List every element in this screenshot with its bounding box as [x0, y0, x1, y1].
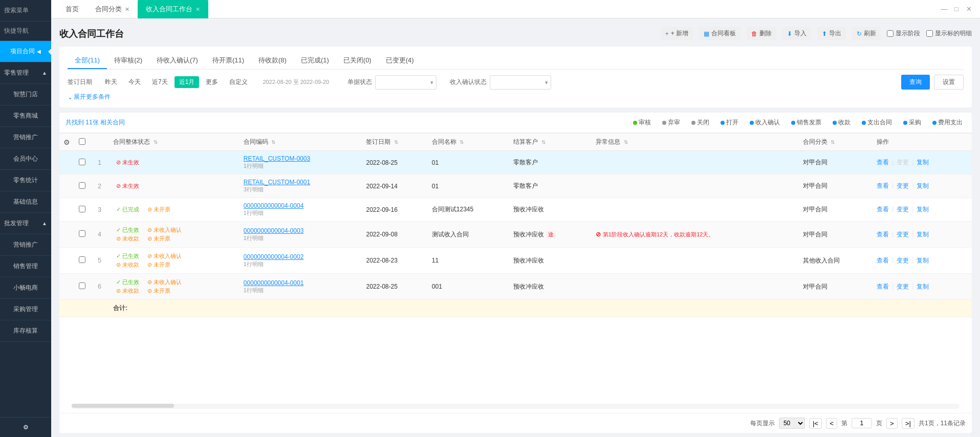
show-detail-input[interactable] [926, 30, 933, 37]
sidebar-search[interactable]: 搜索菜单 [0, 0, 51, 21]
print-btn[interactable]: 打开 [717, 117, 742, 128]
expand-filters-link[interactable]: ⌄ 展开更多条件 [68, 93, 964, 101]
sidebar-item-marketing[interactable]: 营销推广 [0, 127, 51, 148]
copy-btn[interactable]: 复制 [917, 230, 929, 239]
sidebar-quick-nav[interactable]: 快捷导航 [0, 21, 51, 41]
tab-income-contract[interactable]: 收入合同工作台 ✕ [138, 0, 208, 18]
page-size-select[interactable]: 50 100 [779, 418, 805, 429]
view-btn[interactable]: 查看 [877, 182, 889, 190]
sort-settlement-customer[interactable]: ⇅ [541, 139, 546, 145]
prev-page-btn[interactable]: < [826, 418, 837, 429]
row-checkbox[interactable] [79, 159, 85, 165]
add-button[interactable]: + + 新增 [661, 27, 693, 40]
show-detail-checkbox[interactable]: 显示标的明细 [926, 29, 972, 38]
close-tab-contract-category[interactable]: ✕ [125, 0, 129, 18]
date-today[interactable]: 今天 [124, 76, 145, 88]
scrollbar-thumb[interactable] [72, 404, 174, 408]
sort-sign-date[interactable]: ⇅ [394, 139, 398, 145]
close-btn[interactable]: 关闭 [688, 117, 712, 128]
status-tab-closed[interactable]: 已关闭(0) [336, 53, 379, 69]
change-btn[interactable]: 变更 [897, 230, 909, 239]
table-scroll-wrapper[interactable]: ⚙ 合同整体状态 ⇅ [59, 133, 972, 400]
sidebar-item-retail-stats[interactable]: 零售统计 [0, 170, 51, 191]
view-btn[interactable]: 查看 [877, 256, 889, 265]
show-stage-input[interactable] [887, 30, 894, 37]
sidebar-item-basic-info[interactable]: 基础信息 [0, 191, 51, 213]
sidebar-item-member[interactable]: 会员中心 [0, 148, 51, 170]
last-page-btn[interactable]: >| [902, 418, 914, 429]
current-page-input[interactable] [852, 418, 872, 428]
status-tab-pending-confirm[interactable]: 待收入确认(7) [149, 53, 205, 69]
view-btn[interactable]: 查看 [877, 158, 889, 167]
income-confirm-select[interactable] [490, 75, 551, 90]
sidebar-item-retail-mgmt[interactable]: 零售管理 ▲ [0, 62, 51, 84]
copy-btn[interactable]: 复制 [917, 182, 929, 190]
contract-board-button[interactable]: ▦ 合同看板 [699, 27, 741, 40]
tab-contract-category[interactable]: 合同分类 ✕ [87, 0, 138, 18]
sidebar-item-inventory[interactable]: 库存核算 [0, 320, 51, 342]
next-page-btn[interactable]: > [886, 418, 898, 429]
select-all-checkbox[interactable] [79, 138, 85, 145]
status-tab-completed[interactable]: 已完成(1) [294, 53, 336, 69]
status-tab-pending-payment[interactable]: 待收款(8) [251, 53, 294, 69]
status-tab-all[interactable]: 全部(11) [68, 53, 107, 69]
query-button[interactable]: 查询 [901, 75, 930, 90]
settings-button[interactable]: 设置 [934, 75, 964, 90]
horizontal-scrollbar[interactable] [59, 400, 972, 413]
import-button[interactable]: ⬇ 导入 [782, 27, 811, 40]
delete-button[interactable]: 🗑 删除 [747, 27, 776, 40]
sort-exception-info[interactable]: ⇅ [624, 139, 628, 145]
row-checkbox[interactable] [79, 230, 85, 237]
refresh-button[interactable]: ↻ 刷新 [852, 27, 881, 40]
expense-pay-btn[interactable]: 费用支出 [929, 117, 966, 128]
view-btn[interactable]: 查看 [877, 205, 889, 214]
abandon-btn[interactable]: 弃审 [659, 117, 683, 128]
contract-code-link[interactable]: RETAIL_CUSTOM-0001 [244, 179, 310, 186]
sales-invoice-btn[interactable]: 销售发票 [788, 117, 824, 128]
status-tab-changed[interactable]: 已变更(4) [379, 53, 421, 69]
sidebar-item-xiochang[interactable]: 小畅电商 [0, 277, 51, 299]
expense-out-btn[interactable]: 支出合同 [859, 117, 895, 128]
date-last7[interactable]: 近7天 [147, 76, 172, 88]
sidebar-item-sales-mgmt[interactable]: 销售管理 [0, 256, 51, 277]
row-checkbox[interactable] [79, 182, 85, 189]
column-settings-icon[interactable]: ⚙ [63, 138, 70, 146]
contract-code-link[interactable]: 0000000000004-0004 [244, 202, 303, 209]
copy-btn[interactable]: 复制 [917, 205, 929, 214]
window-minimize-btn[interactable]: — [939, 4, 949, 14]
row-checkbox[interactable] [79, 256, 85, 263]
status-tab-pending-review[interactable]: 待审核(2) [107, 53, 149, 69]
status-tab-pending-invoice[interactable]: 待开票(11) [205, 53, 251, 69]
date-more[interactable]: 更多 [201, 76, 223, 88]
sort-contract-code[interactable]: ⇅ [271, 139, 275, 145]
copy-btn[interactable]: 复制 [917, 158, 929, 167]
date-custom[interactable]: 自定义 [225, 76, 252, 88]
first-page-btn[interactable]: |< [809, 418, 822, 429]
change-btn[interactable]: 变更 [897, 205, 909, 214]
tab-home[interactable]: 首页 [57, 0, 87, 18]
show-stage-checkbox[interactable]: 显示阶段 [887, 29, 920, 38]
export-button[interactable]: ⬆ 导出 [817, 27, 846, 40]
window-maximize-btn[interactable]: □ [951, 4, 962, 14]
sidebar-item-smart-store[interactable]: 智慧门店 [0, 84, 51, 105]
purchase-btn[interactable]: 采购 [900, 117, 924, 128]
view-btn[interactable]: 查看 [877, 230, 889, 239]
sort-overall-status[interactable]: ⇅ [154, 139, 158, 145]
sidebar-item-retail-mall[interactable]: 零售商城 [0, 105, 51, 127]
payment-btn[interactable]: 收款 [830, 117, 854, 128]
row-checkbox[interactable] [79, 206, 85, 212]
sidebar-item-project[interactable]: 项目合同 ◀ [0, 41, 51, 62]
change-btn[interactable]: 变更 [897, 282, 909, 291]
sidebar-item-wholesale-mgmt[interactable]: 批发管理 ▲ [0, 213, 51, 234]
window-close-btn[interactable]: ✕ [964, 4, 974, 14]
sort-contract-name[interactable]: ⇅ [460, 139, 464, 145]
contract-code-link[interactable]: 0000000000004-0002 [244, 253, 303, 260]
close-tab-income-contract[interactable]: ✕ [195, 0, 200, 18]
change-btn[interactable]: 变更 [897, 256, 909, 265]
contract-code-link[interactable]: 0000000000004-0001 [244, 279, 303, 287]
date-yesterday[interactable]: 昨天 [100, 76, 122, 88]
contract-code-link[interactable]: 0000000000004-0003 [244, 227, 303, 234]
date-last1month[interactable]: 近1月 [175, 76, 200, 88]
audit-btn[interactable]: 审核 [630, 117, 654, 128]
sort-contract-category[interactable]: ⇅ [831, 139, 835, 145]
